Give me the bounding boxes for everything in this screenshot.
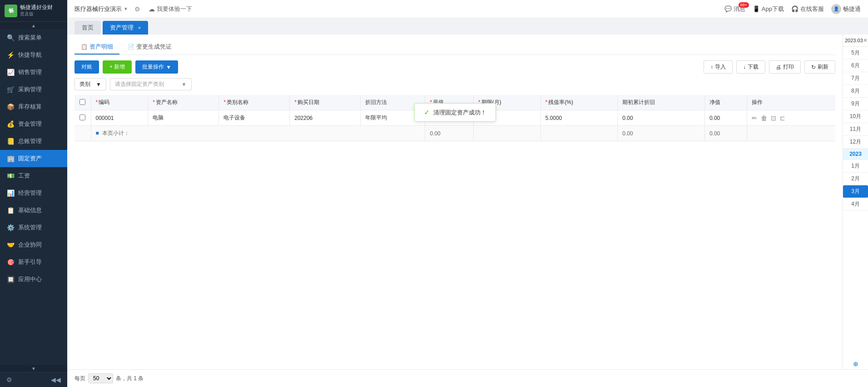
calendar-month-11[interactable]: 11月 <box>843 123 868 136</box>
calendar-month-7[interactable]: 7月 <box>843 72 868 85</box>
more-icon[interactable]: ⊏ <box>780 114 785 122</box>
sidebar-item-label: 经营管理 <box>18 189 42 197</box>
sidebar-item-finance[interactable]: 💰 资金管理 <box>0 115 67 133</box>
calendar-year-2023: 2023 <box>843 149 868 160</box>
sidebar-item-label: 资金管理 <box>18 120 42 128</box>
download-button[interactable]: ↓ 下载 <box>736 60 765 74</box>
calendar-month-4[interactable]: 4月 <box>843 198 868 211</box>
cell-name: 电脑 <box>148 110 219 126</box>
settings-icon[interactable]: ⚙ <box>6 376 12 383</box>
sidebar-item-label: 应用中心 <box>18 275 42 283</box>
sidebar-item-label: 快捷导航 <box>18 51 42 59</box>
new-button[interactable]: + 新增 <box>103 60 132 74</box>
sidebar-item-general-ledger[interactable]: 📒 总账管理 <box>0 133 67 150</box>
customer-service-btn[interactable]: 🎧 在线客服 <box>791 5 824 13</box>
calendar-month-3-current[interactable]: 3月 <box>843 185 868 198</box>
company-selector[interactable]: 医疗器械行业演示 ▼ <box>74 5 128 13</box>
subtotal-period <box>473 126 541 141</box>
row-checkbox[interactable] <box>79 114 85 120</box>
tab-close-icon[interactable]: × <box>138 25 141 30</box>
sidebar-item-purchase[interactable]: 🛒 采购管理 <box>0 81 67 98</box>
sidebar-item-search[interactable]: 🔍 搜索菜单 <box>0 29 67 46</box>
copy-icon[interactable]: ⊡ <box>771 114 776 122</box>
user-profile-btn[interactable]: 👤 畅捷通 <box>831 4 861 14</box>
collapse-icon[interactable]: ◀◀ <box>51 376 61 383</box>
header-code: *编码 <box>91 95 148 110</box>
app-download-btn[interactable]: 📱 App下载 <box>753 5 784 13</box>
sidebar-item-label: 采购管理 <box>18 85 42 94</box>
app-center-icon: 🔲 <box>6 276 15 283</box>
select-all-checkbox[interactable] <box>79 99 85 105</box>
operations-icon: 📊 <box>6 189 15 197</box>
print-label: 打印 <box>783 63 794 71</box>
calendar-month-10[interactable]: 10月 <box>843 110 868 123</box>
sidebar-item-quick-nav[interactable]: ⚡ 快捷导航 <box>0 46 67 64</box>
export-icon: ↑ <box>710 64 713 70</box>
sidebar-scroll-up[interactable]: ▲ <box>0 22 67 29</box>
message-btn[interactable]: 💬 消息 99+ <box>724 5 745 13</box>
topbar-gear-icon[interactable]: ⚙ <box>134 5 140 13</box>
sidebar-item-system[interactable]: ⚙️ 系统管理 <box>0 219 67 236</box>
sidebar-item-payroll[interactable]: 💵 工资 <box>0 167 67 184</box>
finance-icon: 💰 <box>6 120 15 128</box>
calendar-month-6[interactable]: 6月 <box>843 60 868 72</box>
cell-net-value: 0.00 <box>704 110 747 126</box>
calendar-month-2[interactable]: 2月 <box>843 173 868 185</box>
sidebar-scroll-down[interactable]: ▼ <box>0 365 67 372</box>
headset-icon: 🎧 <box>791 5 799 12</box>
payroll-icon: 💵 <box>6 172 15 179</box>
customer-service-label: 在线客服 <box>800 5 824 13</box>
tab-bar: 首页 资产管理 × <box>67 18 868 35</box>
edit-icon[interactable]: ✏ <box>752 114 757 122</box>
fixed-assets-icon: 🏢 <box>6 155 15 162</box>
category-type-filter[interactable]: 请选择固定资产类别 ▼ <box>110 78 192 90</box>
export-button[interactable]: ↑ 导入 <box>704 60 733 74</box>
close-panel-icon[interactable]: ✕ <box>863 37 868 44</box>
refresh-label: 刷新 <box>818 63 828 71</box>
sidebar-item-label: 搜索菜单 <box>18 34 42 42</box>
batch-button[interactable]: 批量操作 ▼ <box>135 60 178 74</box>
sub-tab-asset-detail[interactable]: 📋 资产明细 <box>74 40 119 55</box>
subtotal-icon: ■ <box>96 130 99 136</box>
refresh-icon: ↻ <box>811 64 816 70</box>
toolbar: 对账 + 新增 批量操作 ▼ ↑ 导入 ↓ 下载 <box>74 60 835 74</box>
refresh-button[interactable]: ↻ 刷新 <box>804 60 835 74</box>
system-icon: ⚙️ <box>6 224 15 231</box>
download-label: 下载 <box>748 63 759 71</box>
tab-home[interactable]: 首页 <box>74 21 101 35</box>
sidebar-item-enterprise[interactable]: 🤝 企业协同 <box>0 236 67 253</box>
sidebar-item-operations[interactable]: 📊 经营管理 <box>0 184 67 202</box>
asset-table-wrapper: ✓ 清理固定资产成功！ *编码 *资产名称 *类别名称 *购买日期 <box>74 95 835 364</box>
calendar-month-1[interactable]: 1月 <box>843 160 868 173</box>
sidebar-item-basic-info[interactable]: 📋 基础信息 <box>0 202 67 219</box>
sidebar-item-fixed-assets[interactable]: 🏢 固定资产 <box>0 150 67 167</box>
header-category: *类别名称 <box>219 95 290 110</box>
sidebar-item-sales[interactable]: 📈 销售管理 <box>0 64 67 81</box>
calendar-month-9[interactable]: 9月 <box>843 98 868 110</box>
pagination-bar: 每页 50 100 200 条，共 1 条 <box>67 369 868 387</box>
calendar-month-5[interactable]: 5月 <box>843 47 868 60</box>
sidebar-item-app-center[interactable]: 🔲 应用中心 <box>0 271 67 288</box>
print-button[interactable]: 🖨 打印 <box>769 60 801 74</box>
inventory-icon: 📦 <box>6 103 15 110</box>
batch-label: 批量操作 <box>142 63 164 71</box>
per-page-select[interactable]: 50 100 200 <box>88 373 113 383</box>
category-filter[interactable]: 类别 ▼ <box>74 78 106 90</box>
calendar-month-12[interactable]: 12月 <box>843 136 868 149</box>
print-icon: 🖨 <box>776 64 781 70</box>
reconcile-button[interactable]: 对账 <box>74 60 99 74</box>
tab-asset-mgmt[interactable]: 资产管理 × <box>103 21 148 35</box>
sidebar-item-guide[interactable]: 🎯 新手引导 <box>0 253 67 271</box>
calendar-month-8[interactable]: 8月 <box>843 85 868 98</box>
header-checkbox-cell <box>74 95 91 110</box>
delete-icon[interactable]: 🗑 <box>761 114 767 122</box>
calendar-year-label: 2023.03 <box>845 38 863 43</box>
basic-info-icon: 📋 <box>6 207 15 214</box>
main-area: 医疗器械行业演示 ▼ ⚙ ☁ 我要体验一下 💬 消息 99+ 📱 App下载 🎧… <box>67 0 868 387</box>
sidebar-item-inventory[interactable]: 📦 库存核算 <box>0 98 67 115</box>
experience-btn[interactable]: ☁ 我要体验一下 <box>149 5 192 13</box>
calendar-down-icon[interactable]: ⊕ <box>853 360 858 367</box>
sub-tab-change-voucher[interactable]: 📄 变更生成凭证 <box>121 40 178 55</box>
tab-home-label: 首页 <box>82 24 94 31</box>
sidebar-item-label: 新手引导 <box>18 258 42 266</box>
